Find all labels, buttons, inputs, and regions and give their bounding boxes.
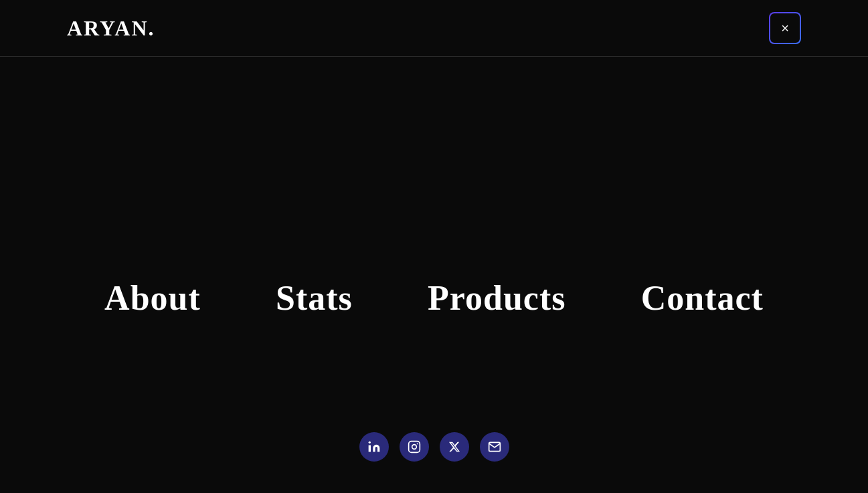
nav-item-products[interactable]: Products [428, 278, 566, 318]
x-twitter-icon[interactable] [440, 432, 469, 462]
instagram-icon[interactable] [400, 432, 429, 462]
linkedin-icon[interactable] [359, 432, 389, 462]
svg-point-3 [412, 445, 416, 450]
logo: ARYAN. [67, 16, 155, 41]
social-bar [0, 432, 868, 488]
nav-item-contact[interactable]: Contact [641, 278, 764, 318]
svg-point-1 [368, 441, 370, 443]
header: ARYAN. × [0, 0, 868, 57]
main-content: About Stats Products Contact [0, 57, 868, 488]
email-icon[interactable] [480, 432, 509, 462]
navigation: About Stats Products Contact [0, 164, 868, 432]
nav-item-stats[interactable]: Stats [276, 278, 353, 318]
svg-rect-0 [368, 446, 370, 452]
close-icon: × [781, 21, 789, 36]
nav-items: About Stats Products Contact [0, 278, 868, 318]
svg-rect-2 [408, 441, 420, 453]
close-button[interactable]: × [769, 12, 801, 44]
svg-point-4 [416, 443, 418, 445]
nav-item-about[interactable]: About [104, 278, 201, 318]
